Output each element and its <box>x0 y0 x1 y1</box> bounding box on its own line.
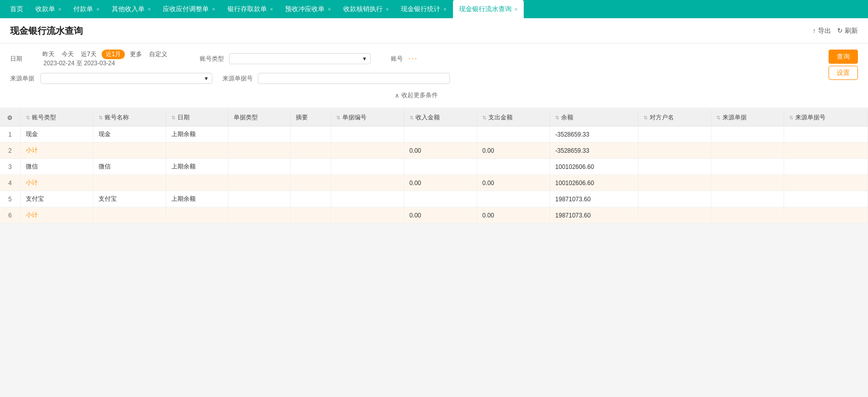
table-row: 3 微信 微信 上期余额 100102606.60 <box>0 159 868 175</box>
filter-row-date: 日期 昨天 今天 近7天 近1月 更多 自定义 2023-02-24 至 202… <box>10 50 823 68</box>
data-table: ⚙ ⇅账号类型 ⇅账号名称 ⇅日期 单据类型 摘要 ⇅单据编号 ⇅收入金额 ⇅支… <box>0 109 868 224</box>
date-shortcuts: 昨天 今天 近7天 近1月 更多 自定义 <box>40 50 169 59</box>
filter-row-source: 来源单据 ▾ 来源单据号 <box>10 73 823 84</box>
refresh-icon: ↻ <box>837 27 843 34</box>
table-row: 1 现金 现金 上期余额 -3528659.33 <box>0 126 868 143</box>
account-type-label: 账号类型 <box>200 55 224 63</box>
source-doc-label: 来源单据 <box>10 74 40 83</box>
date-filter-label: 日期 <box>10 55 40 63</box>
col-summary: 摘要 <box>291 109 331 126</box>
export-button[interactable]: ↑ 导出 <box>813 26 832 35</box>
table-row-subtotal: 6 小计 0.00 0.00 19871073.60 <box>0 207 868 224</box>
close-tab-shoukuan-icon[interactable]: × <box>58 6 61 12</box>
account-type-select[interactable]: ▾ <box>229 53 371 64</box>
col-expense[interactable]: ⇅支出金额 <box>477 109 550 126</box>
close-tab-liushui-icon[interactable]: × <box>515 6 518 12</box>
nav-tab-qitashouru[interactable]: 其他收入单 × <box>106 0 157 18</box>
nav-tab-yingshouyingfu[interactable]: 应收应付调整单 × <box>157 0 221 18</box>
col-income[interactable]: ⇅收入金额 <box>404 109 477 126</box>
collapse-bar[interactable]: ∧ 收起更多条件 <box>10 89 823 104</box>
page-header: 现金银行流水查询 ↑ 导出 ↻ 刷新 <box>0 18 868 43</box>
source-doc-select[interactable]: ▾ <box>40 73 212 84</box>
col-balance[interactable]: ⇅余额 <box>550 109 638 126</box>
close-tab-fukuan-icon[interactable]: × <box>96 6 99 12</box>
account-dots-button[interactable]: ··· <box>408 54 418 63</box>
nav-tab-yinhangcunqu[interactable]: 银行存取款单 × <box>221 0 279 18</box>
col-counterparty[interactable]: ⇅对方户名 <box>638 109 711 126</box>
table-row: 5 支付宝 支付宝 上期余额 19871073.60 <box>0 191 868 207</box>
refresh-button[interactable]: ↻ 刷新 <box>837 26 858 35</box>
filter-area: 日期 昨天 今天 近7天 近1月 更多 自定义 2023-02-24 至 202… <box>0 43 868 108</box>
close-tab-yingshouyingfu-icon[interactable]: × <box>212 6 215 12</box>
table-gear-icon: ⚙ <box>7 114 13 121</box>
date-range-display: 2023-02-24 至 2023-03-24 <box>43 59 169 68</box>
nav-tab-xianjinyinhang[interactable]: 现金银行统计 × <box>395 0 452 18</box>
collapse-icon: ∧ <box>395 92 399 99</box>
collapse-label: 收起更多条件 <box>401 91 438 100</box>
col-date[interactable]: ⇅日期 <box>166 109 229 126</box>
source-doc-chevron-icon: ▾ <box>205 75 208 82</box>
date-btn-today[interactable]: 今天 <box>60 50 76 59</box>
nav-tab-shoukuan[interactable]: 收款单 × <box>29 0 67 18</box>
query-button[interactable]: 查询 <box>829 50 858 64</box>
close-tab-shoukuanhexiao-icon[interactable]: × <box>386 6 389 12</box>
close-tab-yushouzhong-icon[interactable]: × <box>328 6 331 12</box>
table-row-subtotal: 2 小计 0.00 0.00 -3528659.33 <box>0 143 868 159</box>
page-title: 现金银行流水查询 <box>10 25 83 37</box>
col-account-type[interactable]: ⇅账号类型 <box>20 109 93 126</box>
close-tab-yinhangcunqu-icon[interactable]: × <box>270 6 273 12</box>
date-btn-custom[interactable]: 自定义 <box>147 50 169 59</box>
nav-tab-fukuan[interactable]: 付款单 × <box>67 0 105 18</box>
col-source-doc[interactable]: ⇅来源单据 <box>711 109 784 126</box>
table-settings-col[interactable]: ⚙ <box>0 109 20 126</box>
top-navigation: 首页 收款单 × 付款单 × 其他收入单 × 应收应付调整单 × 银行存取款单 … <box>0 0 868 18</box>
export-icon: ↑ <box>813 27 816 34</box>
col-doc-type: 单据类型 <box>229 109 291 126</box>
table-row-subtotal: 4 小计 0.00 0.00 100102606.60 <box>0 175 868 191</box>
date-btn-7days[interactable]: 近7天 <box>79 50 99 59</box>
date-btn-more[interactable]: 更多 <box>128 50 144 59</box>
source-doc-num-label: 来源单据号 <box>222 74 253 83</box>
settings-button[interactable]: 设置 <box>829 66 858 80</box>
table-body: 1 现金 现金 上期余额 -3528659.33 2 小计 <box>0 126 868 224</box>
col-account-name[interactable]: ⇅账号名称 <box>93 109 166 126</box>
action-buttons: 查询 设置 <box>829 50 858 80</box>
col-doc-no[interactable]: ⇅单据编号 <box>331 109 404 126</box>
source-doc-num-input[interactable] <box>258 73 450 84</box>
col-source-doc-no[interactable]: ⇅来源单据号 <box>784 109 868 126</box>
account-type-chevron-icon: ▾ <box>363 55 366 62</box>
table-header: ⚙ ⇅账号类型 ⇅账号名称 ⇅日期 单据类型 摘要 ⇅单据编号 ⇅收入金额 ⇅支… <box>0 109 868 126</box>
close-tab-qitashouru-icon[interactable]: × <box>148 6 151 12</box>
nav-tab-liushui[interactable]: 现金银行流水查询 × <box>453 0 524 18</box>
close-tab-xianjinyinhang-icon[interactable]: × <box>443 6 446 12</box>
date-btn-1month[interactable]: 近1月 <box>102 50 125 59</box>
nav-tab-yushouzhong[interactable]: 预收冲应收单 × <box>279 0 337 18</box>
table-container: ⚙ ⇅账号类型 ⇅账号名称 ⇅日期 单据类型 摘要 ⇅单据编号 ⇅收入金额 ⇅支… <box>0 109 868 224</box>
header-actions: ↑ 导出 ↻ 刷新 <box>813 26 858 35</box>
account-label: 账号 <box>391 55 403 63</box>
date-btn-yesterday[interactable]: 昨天 <box>40 50 57 59</box>
nav-tab-shoukuanhexiao[interactable]: 收款核销执行 × <box>337 0 395 18</box>
nav-home[interactable]: 首页 <box>4 5 29 14</box>
